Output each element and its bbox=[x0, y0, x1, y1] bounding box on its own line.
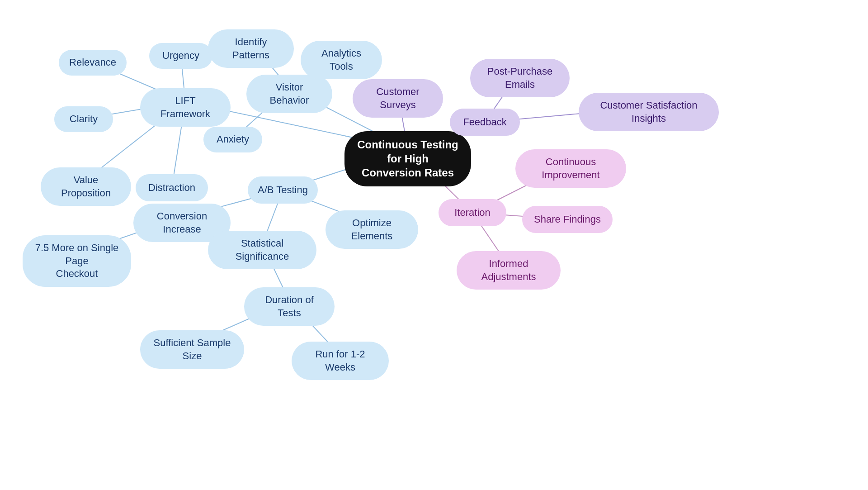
node-cont_improvement: Continuous Improvement bbox=[515, 149, 626, 188]
mindmap-svg bbox=[0, 0, 868, 490]
node-optimize: Optimize Elements bbox=[326, 210, 418, 249]
node-iteration: Iteration bbox=[439, 199, 506, 226]
node-distraction: Distraction bbox=[136, 174, 208, 201]
node-relevance: Relevance bbox=[59, 50, 127, 76]
node-single_page: 7.5 More on Single Page Checkout bbox=[23, 235, 131, 287]
node-feedback: Feedback bbox=[450, 109, 520, 136]
node-analytics_tools: Analytics Tools bbox=[301, 41, 382, 79]
node-identify_patterns: Identify Patterns bbox=[208, 29, 294, 68]
node-center: Continuous Testing for High Conversion R… bbox=[344, 131, 471, 186]
node-post_purchase: Post-Purchase Emails bbox=[470, 59, 570, 97]
node-stat_sig: Statistical Significance bbox=[208, 231, 316, 269]
node-clarity: Clarity bbox=[54, 106, 113, 132]
node-sample_size: Sufficient Sample Size bbox=[140, 330, 244, 369]
node-visitor_behavior: Visitor Behavior bbox=[246, 75, 332, 113]
node-anxiety: Anxiety bbox=[203, 127, 262, 152]
node-informed_adj: Informed Adjustments bbox=[457, 251, 561, 290]
node-urgency: Urgency bbox=[149, 43, 212, 69]
node-duration: Duration of Tests bbox=[244, 287, 335, 326]
node-lift: LIFT Framework bbox=[140, 88, 231, 127]
node-run_weeks: Run for 1-2 Weeks bbox=[292, 342, 389, 380]
node-customer_surveys: Customer Surveys bbox=[353, 79, 443, 118]
node-ab_testing: A/B Testing bbox=[248, 176, 318, 204]
node-share_findings: Share Findings bbox=[522, 206, 613, 233]
node-value_prop: Value Proposition bbox=[41, 167, 131, 206]
node-cust_sat: Customer Satisfaction Insights bbox=[579, 93, 719, 131]
